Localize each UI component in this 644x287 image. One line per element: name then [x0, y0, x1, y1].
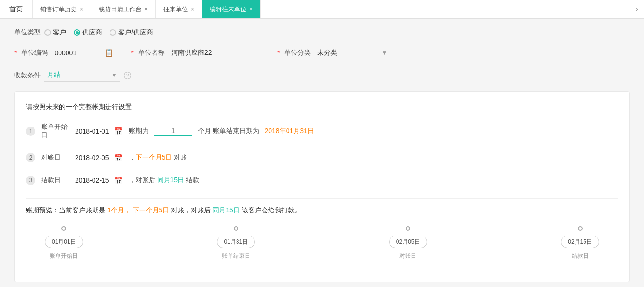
calendar-icon-2[interactable]: 📅 [114, 153, 123, 162]
radio-both-circle [110, 29, 116, 36]
payment-chevron: ▼ [111, 72, 117, 78]
payment-group: 收款条件 月结 ▼ ? [14, 69, 131, 82]
tab-expand-button[interactable]: › [630, 0, 644, 18]
unit-category-label: 单位分类 [284, 49, 311, 57]
setting-date-3: 2018-02-15 📅 [75, 176, 123, 185]
period-suffix: 个月,账单结束日期为 [198, 127, 259, 135]
unit-category-value: 未分类 [317, 49, 380, 57]
tab-sales-history-label: 销售订单历史 [40, 5, 77, 14]
reconcile-desc: ，下一个月5日 对账 [129, 153, 187, 162]
payment-date-desc: ，对账后 同月15日 结款 [129, 176, 199, 185]
unit-name-input[interactable] [169, 47, 263, 59]
tab-sales-history[interactable]: 销售订单历史 × [33, 0, 91, 18]
setting-num-1: 1 [26, 127, 35, 136]
setting-num-2: 2 [26, 153, 35, 162]
setting-label-1: 账单开始日 [41, 123, 69, 140]
main-content: 单位类型 客户 供应商 客户/供应商 * 单位编码 [0, 19, 644, 287]
unit-name-star: * [131, 49, 133, 57]
radio-customer[interactable]: 客户 [44, 28, 66, 37]
date-text-3: 2018-02-15 [75, 177, 109, 184]
timeline-point-3: 02月05日 对账日 [389, 226, 427, 260]
tab-partner-label: 往来单位 [163, 5, 188, 14]
radio-supplier[interactable]: 供应商 [74, 28, 102, 37]
unit-code-label: 单位编码 [21, 49, 48, 57]
unit-name-group: * 单位名称 [131, 47, 263, 59]
radio-both-label: 客户/供应商 [118, 28, 153, 37]
payment-select[interactable]: 月结 ▼ [44, 69, 120, 82]
timeline-label-3: 对账日 [399, 252, 416, 260]
setting-date-2: 2018-02-05 📅 [75, 153, 123, 162]
preview-reconcile: 下一个月5日 [133, 206, 169, 214]
preview-prefix: 账期预览：当前客户账期是 [26, 206, 105, 214]
payment-help-icon[interactable]: ? [124, 72, 131, 79]
payment-value: 月结 [47, 71, 110, 79]
timeline-badge-2: 01月31日 [217, 236, 255, 248]
setting-date-1: 2018-01-01 📅 [75, 127, 123, 136]
radio-both[interactable]: 客户/供应商 [110, 28, 153, 37]
timeline-label-1: 账单开始日 [50, 252, 78, 260]
unit-code-star: * [14, 49, 17, 57]
radio-customer-label: 客户 [53, 28, 66, 37]
card-section: 请按照未来的一个完整帐期进行设置 1 账单开始日 2018-01-01 📅 账期… [14, 91, 630, 282]
tab-partner-close[interactable]: × [191, 6, 194, 13]
radio-supplier-circle [74, 29, 80, 36]
unit-code-copy-icon[interactable]: 📋 [104, 48, 114, 57]
period-label: 账期为 [129, 127, 149, 135]
timeline-dot-2 [234, 226, 238, 231]
timeline-badge-1: 01月01日 [45, 236, 83, 248]
payment-label: 收款条件 [14, 71, 41, 80]
timeline-dot-4 [578, 226, 583, 231]
timeline-badge-4: 02月15日 [561, 236, 599, 248]
tab-cash-work[interactable]: 钱货日清工作台 × [91, 0, 156, 18]
tab-edit-partner-label: 编辑往来单位 [210, 5, 246, 14]
tab-cash-work-label: 钱货日清工作台 [99, 5, 142, 14]
tab-partner[interactable]: 往来单位 × [156, 0, 202, 18]
tab-home[interactable]: 首页 [0, 0, 33, 18]
timeline-points: 01月01日 账单开始日 01月31日 账单结束日 02月05日 对账日 [45, 226, 599, 260]
calendar-icon-1[interactable]: 📅 [114, 127, 123, 136]
setting-num-3: 3 [26, 176, 35, 185]
preview-mid: 对账，对账后 [171, 206, 212, 214]
tab-home-label: 首页 [9, 5, 23, 14]
timeline-point-4: 02月15日 结款日 [561, 226, 599, 260]
unit-code-group: * 单位编码 📋 [14, 46, 117, 59]
unit-category-select[interactable]: 未分类 ▼ [314, 47, 390, 59]
unit-code-input-wrapper: 📋 [51, 46, 117, 59]
timeline-point-1: 01月01日 账单开始日 [45, 226, 83, 260]
unit-type-radio-group: 客户 供应商 客户/供应商 [44, 28, 153, 37]
unit-type-label: 单位类型 [14, 28, 41, 37]
card-title: 请按照未来的一个完整帐期进行设置 [26, 103, 618, 111]
radio-supplier-label: 供应商 [82, 28, 102, 37]
timeline-label-2: 账单结束日 [222, 252, 250, 260]
tab-bar: 首页 销售订单历史 × 钱货日清工作台 × 往来单位 × 编辑往来单位 × › [0, 0, 644, 19]
timeline-dot-3 [406, 226, 410, 231]
unit-category-star: * [277, 49, 280, 57]
period-end-date: 2018年01月31日 [265, 127, 314, 135]
timeline-label-4: 结款日 [572, 252, 589, 260]
reconcile-highlight: 下一个月5日 [136, 153, 172, 161]
timeline-point-2: 01月31日 账单结束日 [217, 226, 255, 260]
setting-row-1: 1 账单开始日 2018-01-01 📅 账期为 个月,账单结束日期为 2018… [26, 123, 618, 140]
setting-row-2: 2 对账日 2018-02-05 📅 ，下一个月5日 对账 [26, 153, 618, 162]
timeline-badge-3: 02月05日 [389, 236, 427, 248]
payment-row: 收款条件 月结 ▼ ? [14, 69, 630, 82]
unit-category-group: * 单位分类 未分类 ▼ [277, 47, 390, 59]
setting-row-3: 3 结款日 2018-02-15 📅 ，对账后 同月15日 结款 [26, 176, 618, 185]
period-input[interactable] [154, 126, 192, 136]
preview-text: 账期预览：当前客户账期是 1个月， 下一个月5日 对账，对账后 同月15日 该客… [26, 206, 618, 215]
preview-payment: 同月15日 [212, 206, 240, 214]
timeline-wrapper: 01月01日 账单开始日 01月31日 账单结束日 02月05日 对账日 [26, 226, 618, 260]
unit-name-label: 单位名称 [138, 49, 165, 57]
tab-sales-history-close[interactable]: × [80, 6, 83, 13]
unit-code-input[interactable] [54, 49, 102, 57]
unit-detail-row: * 单位编码 📋 * 单位名称 * 单位分类 未分类 ▼ [14, 46, 630, 59]
tab-edit-partner[interactable]: 编辑往来单位 × [202, 0, 261, 18]
preview-section: 账期预览：当前客户账期是 1个月， 下一个月5日 对账，对账后 同月15日 该客… [26, 198, 618, 268]
preview-end: 该客户会给我打款。 [242, 206, 301, 214]
setting-label-2: 对账日 [41, 153, 69, 162]
tab-edit-partner-close[interactable]: × [249, 6, 253, 13]
unit-category-chevron: ▼ [381, 50, 387, 56]
calendar-icon-3[interactable]: 📅 [114, 176, 123, 185]
tab-cash-work-close[interactable]: × [144, 6, 148, 13]
date-text-2: 2018-02-05 [75, 154, 109, 161]
